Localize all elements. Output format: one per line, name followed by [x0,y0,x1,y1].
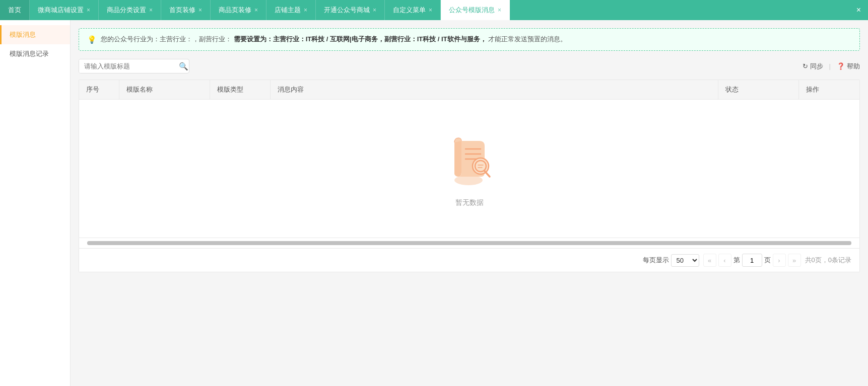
scrollbar-row [79,238,859,248]
tab-home-decor-close[interactable]: × [198,7,202,14]
tab-micro-store[interactable]: 微商城店铺设置 × [30,0,99,20]
sidebar-item-template-msg-label: 模版消息 [10,31,36,38]
tab-product-category-label: 商品分类设置 [107,6,146,15]
sync-button[interactable]: ↻ 同步 [803,62,823,71]
scrollbar-thumb [87,241,851,245]
tab-store-theme-label: 店铺主题 [275,6,301,15]
col-header-type: 模版类型 [210,80,271,99]
prev-page-icon: ‹ [723,257,725,264]
last-page-button[interactable]: » [788,254,801,267]
toolbar-divider: | [829,62,831,70]
sync-label: 同步 [810,62,823,71]
notice-text: 您的公众号行业为：主营行业：，副营行业： 需要设置为：主营行业：IT科技 / 互… [101,35,567,44]
first-page-button[interactable]: « [703,254,716,267]
tab-custom-menu-close[interactable]: × [429,7,432,14]
notice-prefix: 您的公众号行业为：主营行业：，副营行业： [101,35,232,43]
pagination-bar: 每页显示 50 10 20 100 « ‹ 第 [79,248,859,272]
close-all-button[interactable]: × [849,0,868,20]
notice-highlight: 需要设置为：主营行业：IT科技 / 互联网|电子商务，副营行业：IT科技 / I… [234,35,487,43]
last-page-icon: » [792,257,796,264]
col-header-index: 序号 [79,80,119,99]
tab-store-theme[interactable]: 店铺主题 × [266,0,316,20]
search-box: 🔍 [79,59,189,73]
tab-template-msg-label: 公众号模版消息 [449,6,495,15]
tab-home-decor-label: 首页装修 [169,6,195,15]
help-icon: ❓ [837,62,845,70]
search-input[interactable] [79,59,174,73]
tab-custom-menu-label: 自定义菜单 [393,6,426,15]
page-suffix: 页 [764,256,771,265]
tab-product-decor-close[interactable]: × [254,7,258,14]
col-header-name: 模版名称 [119,80,210,99]
first-page-icon: « [708,257,711,264]
search-button[interactable]: 🔍 [174,62,189,71]
per-page-label: 每页显示 [643,256,669,265]
page-prefix: 第 [733,256,740,265]
main-layout: 模版消息 模版消息记录 💡 您的公众号行业为：主营行业：，副营行业： 需要设置为… [0,20,868,386]
tab-home[interactable]: 首页 [0,0,30,20]
notice-box: 💡 您的公众号行业为：主营行业：，副营行业： 需要设置为：主营行业：IT科技 /… [79,28,860,51]
sidebar-item-template-msg-log[interactable]: 模版消息记录 [0,44,70,63]
col-header-status: 状态 [718,80,799,99]
tab-custom-menu[interactable]: 自定义菜单 × [385,0,441,20]
tab-product-decor[interactable]: 商品页装修 × [211,0,266,20]
tab-micro-store-close[interactable]: × [87,7,90,14]
tab-micro-store-label: 微商城店铺设置 [38,6,84,15]
empty-state: 暂无数据 [79,100,859,238]
tab-bar: 首页 微商城店铺设置 × 商品分类设置 × 首页装修 × 商品页装修 × 店铺主… [0,0,868,20]
page-size-selector: 每页显示 50 10 20 100 [643,254,699,267]
help-label: 帮助 [847,62,860,71]
tab-product-category[interactable]: 商品分类设置 × [99,0,161,20]
horizontal-scrollbar[interactable] [87,241,851,245]
sidebar: 模版消息 模版消息记录 [0,20,71,386]
bulb-icon: 💡 [87,35,97,44]
content-area: 💡 您的公众号行业为：主营行业：，副营行业： 需要设置为：主营行业：IT科技 /… [71,20,868,386]
per-page-select[interactable]: 50 10 20 100 [671,254,699,267]
col-header-action: 操作 [799,80,859,99]
tab-home-label: 首页 [8,6,21,15]
tab-store-theme-close[interactable]: × [304,7,307,14]
page-number-input[interactable] [742,254,762,267]
search-area: 🔍 ↻ 同步 | ❓ 帮助 [79,59,860,73]
col-header-content: 消息内容 [271,80,718,99]
prev-page-button[interactable]: ‹ [718,254,731,267]
table-header: 序号 模版名称 模版类型 消息内容 状态 操作 [79,80,859,100]
tab-template-msg-close[interactable]: × [498,7,501,14]
tab-open-mall[interactable]: 开通公众号商城 × [316,0,385,20]
next-page-button[interactable]: › [773,254,786,267]
toolbar-right: ↻ 同步 | ❓ 帮助 [803,62,860,71]
sync-icon: ↻ [803,62,808,70]
tab-template-msg[interactable]: 公众号模版消息 × [441,0,510,20]
sidebar-item-template-msg[interactable]: 模版消息 [0,25,70,44]
sidebar-item-template-msg-log-label: 模版消息记录 [10,50,49,57]
empty-icon [439,130,500,190]
empty-text: 暂无数据 [455,198,484,207]
help-button[interactable]: ❓ 帮助 [837,62,860,71]
tab-product-decor-label: 商品页装修 [219,6,251,15]
page-navigation: « ‹ 第 页 › » [703,254,801,267]
tab-open-mall-label: 开通公众号商城 [324,6,370,15]
svg-line-6 [485,171,490,177]
notice-suffix: 才能正常发送预置的消息。 [488,35,567,43]
total-info: 共0页，0条记录 [805,256,851,265]
table-container: 序号 模版名称 模版类型 消息内容 状态 操作 [79,80,860,272]
tab-product-category-close[interactable]: × [149,7,153,14]
next-page-icon: › [778,257,780,264]
tab-home-decor[interactable]: 首页装修 × [161,0,211,20]
tab-open-mall-close[interactable]: × [373,7,376,14]
